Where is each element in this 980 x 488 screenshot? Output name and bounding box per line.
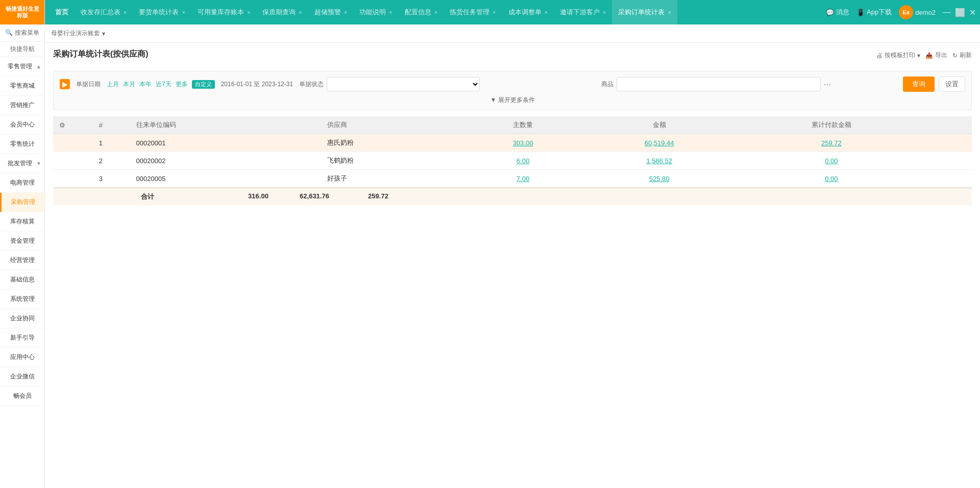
goods-more-icon[interactable]: ··· bbox=[824, 80, 831, 89]
sidebar-item-ecommerce[interactable]: 电商管理 bbox=[0, 173, 44, 193]
maximize-button[interactable]: ⬜ bbox=[955, 8, 965, 17]
table-row[interactable]: 2 00020002 飞鹤奶粉 6.00 1,586.52 0.00 bbox=[53, 152, 972, 170]
sidebar-item-app-center[interactable]: 应用中心 bbox=[0, 348, 44, 367]
tab-close-icon[interactable]: × bbox=[182, 9, 185, 15]
table-row[interactable]: 1 00020001 惠氏奶粉 303.00 60,519.44 259.72 bbox=[53, 134, 972, 152]
logo-text: 畅捷通好生意 bbox=[6, 6, 39, 12]
tab-invite-downstream[interactable]: 邀请下游客户 × bbox=[554, 0, 612, 24]
print-template-btn[interactable]: 🖨 按模板打印 ▾ bbox=[876, 51, 920, 60]
query-button[interactable]: 查询 bbox=[903, 76, 935, 92]
close-button[interactable]: ✕ bbox=[969, 8, 976, 17]
tab-purchase-order-stats[interactable]: 采购订单统计表 × bbox=[612, 0, 677, 24]
download-icon: 📱 bbox=[856, 9, 865, 16]
row-settings bbox=[53, 152, 71, 170]
tab-close-icon[interactable]: × bbox=[493, 9, 496, 15]
date-filter-label: 单据日期 bbox=[76, 80, 101, 89]
date-this-year[interactable]: 本年 bbox=[139, 80, 152, 89]
sidebar-item-member-plus[interactable]: 畅会员 bbox=[0, 387, 44, 406]
sidebar-item-inventory[interactable]: 库存核算 bbox=[0, 212, 44, 232]
tab-close-icon[interactable]: × bbox=[545, 9, 548, 15]
filter-actions: 查询 设置 bbox=[903, 76, 965, 92]
filter-toggle-btn[interactable]: ▶ bbox=[60, 79, 70, 89]
tab-stock-summary[interactable]: 收发存汇总表 × bbox=[75, 0, 133, 24]
status-filter-label: 单据状态 bbox=[299, 80, 324, 89]
sidebar-item-purchase[interactable]: 采购管理 bbox=[0, 193, 44, 212]
date-this-month[interactable]: 本月 bbox=[123, 80, 135, 89]
topbar: 首页 收发存汇总表 × 要货单统计表 × 可用量库存账本 × 保质期查询 × 超… bbox=[45, 0, 980, 24]
page-inner: 采购订单统计表(按供应商) 🖨 按模板打印 ▾ 📤 导出 ↻ 刷新 bbox=[45, 43, 980, 488]
message-btn[interactable]: 💬 消息 bbox=[826, 8, 849, 17]
row-qty[interactable]: 303.00 bbox=[463, 134, 583, 152]
tab-overstock-warning[interactable]: 超储预警 × bbox=[308, 0, 353, 24]
row-paid[interactable]: 259.72 bbox=[736, 134, 927, 152]
tab-home[interactable]: 首页 bbox=[49, 0, 75, 24]
tab-close-icon[interactable]: × bbox=[603, 9, 606, 15]
tab-available-inventory[interactable]: 可用量库存账本 × bbox=[191, 0, 256, 24]
sidebar-quick-nav[interactable]: 快捷导航 bbox=[0, 42, 44, 57]
table-footer: 合计 316.00 62,631.76 259.72 bbox=[53, 188, 972, 206]
col-settings: ⚙ bbox=[53, 116, 71, 134]
date-options: 上月 本月 本年 近7天 更多 自定义 bbox=[107, 80, 215, 89]
sidebar-item-collab[interactable]: 企业协同 bbox=[0, 309, 44, 328]
secondary-nav: 母婴行业演示账套 ▾ bbox=[45, 24, 980, 43]
row-extra bbox=[927, 152, 972, 170]
row-qty[interactable]: 7.00 bbox=[463, 170, 583, 188]
settings-button[interactable]: 设置 bbox=[939, 76, 965, 92]
sidebar-item-operations[interactable]: 经营管理 bbox=[0, 251, 44, 270]
sidebar-item-marketing[interactable]: 营销推广 bbox=[0, 96, 44, 115]
minimize-button[interactable]: — bbox=[943, 8, 951, 17]
export-icon: 📤 bbox=[925, 52, 933, 59]
sidebar-item-finance[interactable]: 资金管理 bbox=[0, 232, 44, 251]
tab-close-icon[interactable]: × bbox=[247, 9, 250, 15]
sidebar-item-members[interactable]: 会员中心 bbox=[0, 115, 44, 135]
sidebar-item-retail-manage[interactable]: 零售管理 ▲ bbox=[0, 57, 44, 76]
tab-cost-adjust[interactable]: 成本调整单 × bbox=[502, 0, 554, 24]
table-body: 1 00020001 惠氏奶粉 303.00 60,519.44 259.72 … bbox=[53, 134, 972, 188]
sidebar-item-wholesale[interactable]: 批发管理 ▼ bbox=[0, 154, 44, 173]
row-amount[interactable]: 525.80 bbox=[582, 170, 736, 188]
row-paid[interactable]: 0.00 bbox=[736, 170, 927, 188]
row-paid[interactable]: 0.00 bbox=[736, 152, 927, 170]
sidebar-item-retail-shop[interactable]: 零售商城 bbox=[0, 76, 44, 96]
tab-function-desc[interactable]: 功能说明 × bbox=[353, 0, 398, 24]
app-download-btn[interactable]: 📱 App下载 bbox=[856, 8, 892, 17]
sidebar-item-enterprise-wechat[interactable]: 企业微信 bbox=[0, 367, 44, 387]
tab-close-icon[interactable]: × bbox=[668, 9, 671, 15]
filter-expand-btn[interactable]: ▼ 展开更多条件 bbox=[60, 96, 965, 105]
tab-close-icon[interactable]: × bbox=[299, 9, 302, 15]
sidebar-item-retail-stats[interactable]: 零售统计 bbox=[0, 135, 44, 154]
status-select[interactable] bbox=[327, 77, 480, 91]
sidebar: 畅捷通好生意 标版 🔍 搜索菜单 快捷导航 零售管理 ▲ 零售商城 营销推广 会… bbox=[0, 0, 45, 488]
sidebar-search[interactable]: 🔍 搜索菜单 bbox=[0, 24, 44, 42]
tab-close-icon[interactable]: × bbox=[344, 9, 347, 15]
date-custom-badge[interactable]: 自定义 bbox=[192, 80, 215, 89]
window-controls: — ⬜ ✕ bbox=[943, 8, 976, 17]
tab-requisition-stats[interactable]: 要货单统计表 × bbox=[133, 0, 191, 24]
row-amount[interactable]: 60,519.44 bbox=[582, 134, 736, 152]
print-dropdown-icon: ▾ bbox=[917, 52, 920, 59]
data-table: ⚙ # 往来单位编码 供应商 主数量 金额 累计付款金额 1 00020001 … bbox=[53, 116, 972, 188]
row-code: 00020001 bbox=[130, 134, 321, 152]
tab-config[interactable]: 配置信息 × bbox=[399, 0, 444, 24]
export-btn[interactable]: 📤 导出 bbox=[925, 51, 947, 60]
sidebar-item-basic-info[interactable]: 基础信息 bbox=[0, 270, 44, 290]
row-amount[interactable]: 1,586.52 bbox=[582, 152, 736, 170]
refresh-btn[interactable]: ↻ 刷新 bbox=[952, 51, 972, 60]
date-more[interactable]: 更多 bbox=[176, 80, 188, 89]
date-last-7days[interactable]: 近7天 bbox=[156, 80, 172, 89]
sidebar-item-system[interactable]: 系统管理 bbox=[0, 290, 44, 309]
page-content-area: 采购订单统计表(按供应商) 🖨 按模板打印 ▾ 📤 导出 ↻ 刷新 bbox=[45, 43, 980, 488]
tab-picking-task[interactable]: 拣货任务管理 × bbox=[444, 0, 502, 24]
tab-close-icon[interactable]: × bbox=[124, 9, 127, 15]
tab-close-icon[interactable]: × bbox=[389, 9, 392, 15]
user-menu[interactable]: Ea demo2 bbox=[899, 5, 936, 19]
tab-close-icon[interactable]: × bbox=[434, 9, 437, 15]
sidebar-item-guide[interactable]: 新手引导 bbox=[0, 328, 44, 348]
account-selector[interactable]: 母婴行业演示账套 ▾ bbox=[51, 29, 105, 38]
footer-qty: 316.00 bbox=[233, 192, 284, 201]
goods-input[interactable] bbox=[617, 77, 821, 91]
date-last-month[interactable]: 上月 bbox=[107, 80, 119, 89]
table-row[interactable]: 3 00020005 好孩子 7.00 525.80 0.00 bbox=[53, 170, 972, 188]
tab-quality-query[interactable]: 保质期查询 × bbox=[256, 0, 308, 24]
row-qty[interactable]: 6.00 bbox=[463, 152, 583, 170]
